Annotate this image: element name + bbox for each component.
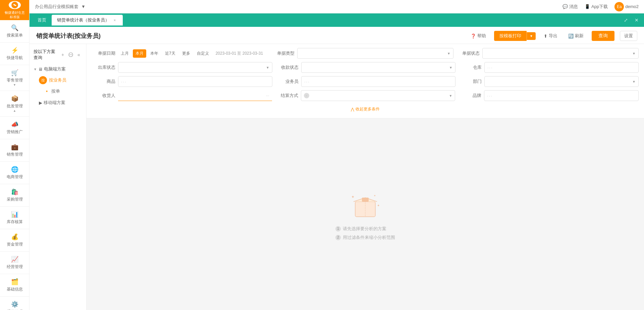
desktop-pc-icon: 🖥 [38, 67, 43, 72]
department-arrow-icon: ▼ [632, 80, 636, 84]
help-icon: ❓ [471, 34, 476, 39]
sidebar-item-ecom[interactable]: 🌐 电商管理 [0, 162, 29, 184]
message-btn[interactable]: 💬 消息 [562, 4, 578, 10]
tab-close-btn[interactable]: × [112, 17, 117, 23]
scheme-edit-btn[interactable] [67, 51, 74, 58]
tab-active[interactable]: 销货单统计表（按业务员） × [52, 15, 123, 25]
sidebar-item-search[interactable]: 🔍 搜索菜单 [0, 20, 29, 43]
logo-text: 畅捷通好生意 标准版 [5, 10, 25, 19]
date-btn-cur-year[interactable]: 本年 [148, 49, 161, 58]
refresh-icon: 🔄 [568, 34, 574, 39]
mobile-arrow-icon: ▶ [39, 100, 42, 105]
refresh-btn[interactable]: 🔄 刷新 [566, 32, 586, 40]
collapse-label: 收起更多条件 [356, 106, 380, 112]
sidebar-item-system[interactable]: ⚙️ 系统管理 [0, 297, 29, 310]
sidebar-item-purchase-label: 采购管理 [7, 197, 23, 202]
quicknav-icon: ⚡ [11, 47, 18, 54]
brand-dropdown[interactable]: ··· [484, 90, 639, 101]
status-arrow-icon: ▼ [632, 52, 636, 55]
warehouse-dropdown[interactable]: ··· [484, 62, 639, 73]
status-dropdown[interactable]: ▼ [482, 48, 639, 59]
salesperson-dropdown[interactable]: ··· [301, 76, 455, 87]
date-btn-7days[interactable]: 近7天 [162, 49, 178, 58]
department-dropdown[interactable]: ▼ [484, 76, 639, 87]
settlement-clear-btn[interactable]: × [304, 93, 309, 98]
sidebar-item-inventory[interactable]: 📊 库存核算 [0, 207, 29, 229]
svg-point-5 [71, 54, 72, 55]
goods-dropdown[interactable]: ··· [118, 76, 272, 87]
sidebar-item-marketing[interactable]: 📣 营销推广 [0, 117, 29, 139]
tab-maximize-btn[interactable]: ⤢ [621, 17, 631, 23]
tab-close-all-btn[interactable]: ✕ [632, 17, 641, 23]
tip-item-2: 2 用过滤条件来缩小分析范围 [335, 235, 395, 241]
filter-row-2: 出库状态 ▼ 收款状态 ▼ 仓库 ··· [92, 62, 639, 73]
status-label: 单据状态 [456, 50, 480, 56]
sidebar-item-operation-label: 经营管理 [7, 264, 23, 270]
settlement-dropdown[interactable]: × ▼ [301, 90, 455, 101]
active-indicator: 按 [39, 76, 47, 84]
print-btn[interactable]: 按模板打印 ▼ [494, 31, 536, 41]
empty-tips: 1 请先选择要分析的方案 2 用过滤条件来缩小分析范围 [335, 226, 395, 241]
tab-home-label: 首页 [38, 17, 46, 23]
filter-panel: 单据日期 上月 本月 本年 近7天 更多 自定义 2023-03-01 至 20… [87, 44, 644, 310]
export-btn[interactable]: ⬆ 导出 [541, 32, 560, 40]
tab-home[interactable]: 首页 [32, 15, 52, 25]
help-btn[interactable]: ❓ 帮助 [468, 32, 489, 40]
payment-label: 收款状态 [275, 64, 299, 70]
desktop-arrow-icon: ▼ [34, 67, 37, 71]
tip-num-2: 2 [335, 235, 341, 240]
scheme-by-salesperson[interactable]: 按 按业务员 [30, 74, 86, 86]
warehouse-dots: ··· [487, 65, 493, 70]
query-btn[interactable]: 查询 [592, 31, 614, 41]
tabbar: 首页 销货单统计表（按业务员） × ⤢ ✕ [30, 13, 644, 27]
date-btn-custom[interactable]: 自定义 [194, 49, 212, 58]
by-order-label: 按单 [51, 88, 60, 94]
page-header: 销货单统计表(按业务员) ❓ 帮助 按模板打印 ▼ ⬆ 导出 🔄 刷新 [30, 27, 644, 44]
topbar-left: 办公用品行业模拟账套 ▼ [35, 4, 86, 10]
type-dropdown[interactable]: ▼ [297, 48, 453, 59]
settings-btn[interactable]: 设置 [620, 31, 637, 41]
svg-point-1 [14, 4, 15, 6]
logo-area: 畅捷通好生意 标准版 [0, 0, 29, 20]
app-download-btn[interactable]: 📱 App下载 [585, 4, 608, 10]
sidebar-item-quicknav[interactable]: ⚡ 快捷导航 [0, 43, 29, 65]
salesperson-dots: ··· [304, 79, 310, 84]
scheme-collapse-btn[interactable]: « [75, 51, 82, 58]
page-actions: ❓ 帮助 按模板打印 ▼ ⬆ 导出 🔄 刷新 查询 设置 [468, 31, 637, 41]
sidebar-item-purchase[interactable]: 🛍️ 采购管理 [0, 184, 29, 207]
retail-icon: 🛒 [11, 69, 18, 76]
collapse-btn[interactable]: ⋀ 收起更多条件 [92, 104, 639, 114]
sales-icon: 💼 [11, 143, 18, 151]
search-icon: 🔍 [11, 24, 18, 32]
payment-dropdown[interactable]: ▼ [301, 62, 455, 73]
order-icon: 🔸 [44, 89, 49, 94]
scheme-by-order[interactable]: 🔸 按单 [30, 86, 86, 96]
print-arrow-btn[interactable]: ▼ [527, 32, 536, 40]
date-btn-prev-month[interactable]: 上月 [118, 49, 131, 58]
sidebar-item-basic[interactable]: 🗂️ 基础信息 [0, 274, 29, 297]
date-btn-cur-month[interactable]: 本月 [133, 49, 146, 58]
sidebar-item-operation[interactable]: 📈 经营管理 [0, 252, 29, 274]
topbar-dropdown-arrow[interactable]: ▼ [81, 4, 86, 9]
print-main-btn[interactable]: 按模板打印 [494, 31, 527, 41]
svg-point-3 [69, 54, 70, 55]
sidebar-item-finance[interactable]: 💰 资金管理 [0, 229, 29, 252]
user-profile[interactable]: Ea demo2 [614, 2, 639, 11]
delivery-dropdown[interactable]: ▼ [118, 62, 272, 73]
download-label: App下载 [591, 4, 608, 10]
sidebar-item-wholesale[interactable]: 📦 批发管理 ▲ [0, 91, 29, 117]
department-label: 部门 [458, 79, 482, 85]
consignee-input[interactable]: ··· [118, 90, 272, 101]
scheme-mobile-title[interactable]: ▶ 移动端方案 [30, 98, 86, 108]
scheme-desktop-title[interactable]: ▼ 🖥 电脑端方案 [30, 64, 86, 74]
operation-icon: 📈 [11, 256, 18, 263]
consignee-text[interactable] [121, 93, 266, 98]
sidebar-item-sales[interactable]: 💼 销售管理 [0, 139, 29, 162]
sidebar-item-retail[interactable]: 🛒 零售管理 ▼ [0, 65, 29, 91]
date-btn-more[interactable]: 更多 [179, 49, 193, 58]
filter-row-3: 商品 ··· 业务员 ··· 部门 ▼ [92, 76, 639, 87]
date-label: 单据日期 [92, 50, 115, 56]
scheme-add-btn[interactable]: + [59, 51, 66, 58]
sidebar-item-sales-label: 销售管理 [7, 152, 23, 157]
app-name[interactable]: 办公用品行业模拟账套 [35, 4, 78, 10]
